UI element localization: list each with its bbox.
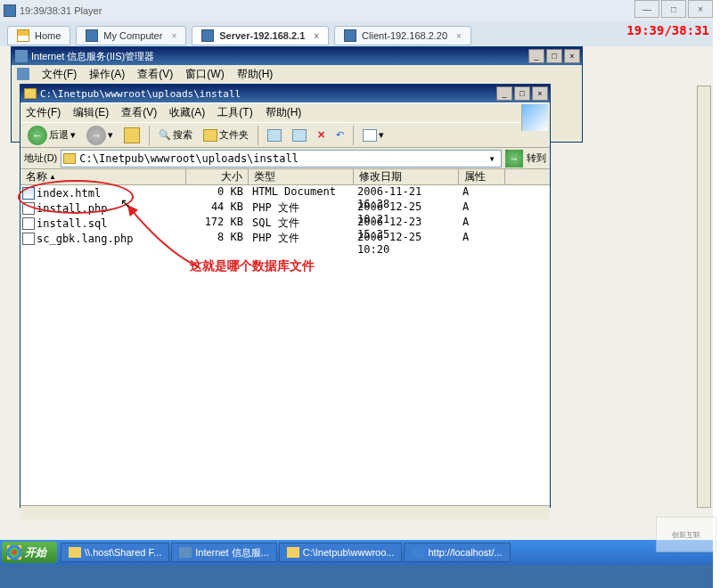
tab-client[interactable]: Client-192.168.2.20 ×	[334, 26, 471, 45]
folder-icon	[24, 88, 37, 99]
player-max-button[interactable]: □	[661, 0, 686, 18]
col-attr[interactable]: 属性	[459, 169, 505, 184]
folder-icon	[287, 547, 299, 558]
overlay-time: 19:39/38:31	[626, 23, 709, 37]
sql-file-icon	[22, 217, 35, 230]
php-file-icon	[22, 202, 35, 215]
forward-arrow-icon: →	[86, 126, 106, 145]
taskbar: 开始 \\.host\Shared F... Internet 信息服... C…	[0, 540, 713, 565]
screen-icon	[86, 29, 98, 42]
ie-icon	[412, 547, 424, 558]
menu-tools[interactable]: 工具(T)	[217, 105, 252, 120]
iis-title-text: Internet 信息服务(IIS)管理器	[31, 50, 154, 63]
player-icon	[4, 4, 16, 17]
forward-button[interactable]: → ▾	[83, 124, 117, 147]
file-list: 名称▲ 大小 类型 修改日期 属性 index.html 0 KB HTML D…	[20, 168, 550, 505]
folders-button[interactable]: 文件夹	[200, 127, 252, 143]
player-title: 19:39/38:31 Player	[20, 5, 102, 16]
close-icon[interactable]: ×	[456, 31, 462, 41]
undo-button[interactable]: ↶	[332, 127, 348, 143]
explorer-scrollbar-h[interactable]	[20, 505, 550, 519]
file-row[interactable]: install.php 44 KB PHP 文件 2006-12-25 10:2…	[20, 200, 550, 216]
explorer-window[interactable]: C:\Inetpub\wwwroot\uploads\install _ □ ×…	[20, 84, 551, 508]
explorer-close-button[interactable]: ×	[532, 86, 548, 101]
tab-my-computer[interactable]: My Computer ×	[76, 26, 186, 45]
player-min-button[interactable]: —	[634, 0, 659, 18]
copy-to-icon	[292, 129, 307, 142]
menu-action[interactable]: 操作(A)	[89, 67, 125, 82]
close-icon[interactable]: ×	[171, 31, 176, 41]
explorer-min-button[interactable]: _	[496, 86, 512, 101]
taskbar-item[interactable]: \\.host\Shared F...	[61, 543, 169, 562]
copy-to-button[interactable]	[289, 127, 310, 143]
col-date[interactable]: 修改日期	[354, 169, 459, 184]
iis-min-button[interactable]: _	[528, 49, 544, 63]
views-icon	[363, 129, 377, 142]
explorer-max-button[interactable]: □	[514, 86, 530, 101]
player-window: 19:39/38:31 Player — □ × 19:39/38:31 Hom…	[0, 0, 713, 588]
address-bar: 地址(D) C:\Inetpub\wwwroot\uploads\install…	[20, 147, 550, 168]
watermark: 创新互联	[656, 517, 716, 552]
iis-titlebar[interactable]: Internet 信息服务(IIS)管理器	[12, 47, 582, 65]
chevron-down-icon: ▾	[379, 129, 384, 141]
explorer-titlebar[interactable]: C:\Inetpub\wwwroot\uploads\install	[20, 85, 550, 102]
menu-file[interactable]: 文件(F)	[42, 67, 77, 82]
iis-max-button[interactable]: □	[546, 49, 562, 63]
folder-icon	[69, 547, 81, 558]
start-button[interactable]: 开始	[2, 542, 57, 563]
go-button[interactable]: →	[505, 150, 523, 167]
search-button[interactable]: 🔍 搜索	[155, 127, 196, 143]
toolbar-separator	[353, 126, 354, 145]
col-name[interactable]: 名称▲	[20, 169, 186, 184]
address-dropdown-icon[interactable]: ▾	[485, 152, 499, 165]
home-icon	[17, 29, 29, 42]
up-button[interactable]	[120, 126, 143, 145]
menu-favorites[interactable]: 收藏(A)	[169, 105, 205, 120]
tab-home[interactable]: Home	[7, 26, 70, 45]
windows-logo-icon	[7, 545, 21, 559]
tab-label: Client-192.168.2.20	[362, 30, 447, 41]
file-row[interactable]: install.sql 172 KB SQL 文件 2006-12-23 15:…	[20, 216, 550, 231]
explorer-window-controls: _ □ ×	[496, 86, 548, 101]
col-size[interactable]: 大小	[186, 169, 249, 184]
player-titlebar[interactable]: 19:39/38:31 Player — □ ×	[0, 0, 713, 21]
player-close-button[interactable]: ×	[688, 0, 713, 18]
col-type[interactable]: 类型	[249, 169, 354, 184]
delete-button[interactable]: ✕	[314, 127, 329, 143]
menu-view[interactable]: 查看(V)	[121, 105, 157, 120]
taskbar-item[interactable]: http://localhost/...	[404, 543, 510, 562]
screen-icon	[201, 29, 214, 42]
iis-icon	[179, 547, 192, 558]
iis-menu-bar: 文件(F) 操作(A) 查看(V) 窗口(W) 帮助(H)	[12, 65, 582, 83]
menu-view[interactable]: 查看(V)	[137, 67, 173, 82]
tab-server[interactable]: Server-192.168.2.1 ×	[192, 26, 329, 45]
file-row[interactable]: sc_gbk.lang.php 8 KB PHP 文件 2006-12-25 1…	[20, 231, 550, 246]
file-row[interactable]: index.html 0 KB HTML Document 2006-11-21…	[20, 185, 550, 200]
taskbar-item[interactable]: C:\Inetpub\wwwroo...	[279, 543, 403, 562]
folder-icon	[63, 153, 76, 164]
menu-edit[interactable]: 编辑(E)	[73, 105, 109, 120]
iis-system-icon[interactable]	[17, 68, 29, 80]
screen-icon	[344, 29, 356, 42]
close-icon[interactable]: ×	[314, 31, 319, 41]
iis-close-button[interactable]: ×	[564, 49, 580, 63]
toolbar-separator	[149, 126, 150, 145]
taskbar-item[interactable]: Internet 信息服...	[171, 543, 277, 562]
menu-file[interactable]: 文件(F)	[26, 105, 61, 120]
start-label: 开始	[25, 545, 46, 560]
menu-window[interactable]: 窗口(W)	[185, 67, 224, 82]
back-label: 后退	[49, 128, 69, 142]
back-button[interactable]: ← 后退 ▾	[24, 124, 79, 147]
search-icon: 🔍	[159, 129, 171, 141]
iis-scrollbar[interactable]	[697, 86, 711, 508]
html-file-icon	[22, 187, 35, 200]
explorer-title-text: C:\Inetpub\wwwroot\uploads\install	[40, 88, 241, 100]
move-to-button[interactable]	[264, 127, 285, 143]
menu-help[interactable]: 帮助(H)	[266, 105, 302, 120]
menu-help[interactable]: 帮助(H)	[237, 67, 274, 82]
views-button[interactable]: ▾	[359, 127, 388, 143]
address-input[interactable]: C:\Inetpub\wwwroot\uploads\install ▾	[61, 150, 502, 167]
php-file-icon	[22, 233, 35, 245]
folders-icon	[203, 129, 217, 142]
undo-icon: ↶	[336, 129, 344, 141]
